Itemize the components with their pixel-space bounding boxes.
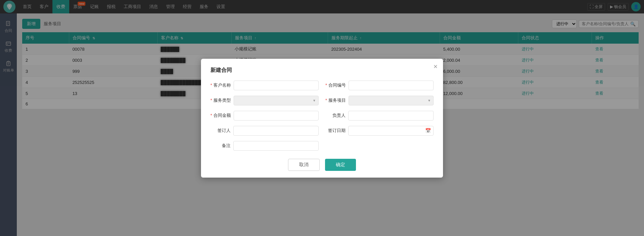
contract-no-label: 合同编号 [325,82,346,88]
form-row-4: 签订人 签订日期 2023-06-06 📅 [210,126,434,136]
service-item-select[interactable] [349,96,434,105]
modal-title: 新建合同 [210,67,434,74]
customer-name-label: 客户名称 [210,82,231,88]
responsible-input[interactable] [348,111,434,121]
service-item-label: 服务项目 [325,97,346,103]
modal-overlay[interactable]: 新建合同 ✕ 客户名称 合同编号 服务类型 [0,0,644,236]
form-row-1: 客户名称 合同编号 [210,81,434,90]
cancel-button[interactable]: 取消 [288,159,320,171]
signer-field: 签订人 [210,126,319,136]
service-type-field: 服务类型 [210,96,319,105]
signer-input[interactable] [233,126,319,136]
form-row-2: 服务类型 服务项目 [210,96,434,105]
sign-date-field: 签订日期 2023-06-06 📅 [325,126,434,136]
modal-footer: 取消 确定 [210,159,434,171]
sign-date-label: 签订日期 [325,128,346,134]
contract-amount-field: 合同金额 0.00 [210,111,319,121]
customer-name-input[interactable] [234,81,319,90]
customer-name-field: 客户名称 [210,81,319,90]
service-type-label: 服务类型 [210,97,231,103]
responsible-field: 负责人 [325,111,434,121]
contract-no-field: 合同编号 [325,81,434,90]
form-row-5: 备注 [210,141,434,151]
modal-close-button[interactable]: ✕ [433,63,438,70]
contract-amount-label: 合同金额 [210,112,231,119]
service-type-select[interactable] [234,96,319,105]
responsible-label: 负责人 [325,112,346,119]
confirm-button[interactable]: 确定 [325,159,356,171]
sign-date-input[interactable]: 2023-06-06 [348,126,434,136]
remark-label: 备注 [210,143,231,149]
remark-field: 备注 [210,141,319,151]
signer-label: 签订人 [210,128,231,134]
new-contract-modal: 新建合同 ✕ 客户名称 合同编号 服务类型 [201,59,443,178]
form-row-3: 合同金额 0.00 负责人 [210,111,434,121]
contract-no-input[interactable] [349,81,434,90]
contract-amount-input[interactable]: 0.00 [234,111,319,121]
remark-input[interactable] [233,141,319,151]
service-item-field: 服务项目 [325,96,434,105]
